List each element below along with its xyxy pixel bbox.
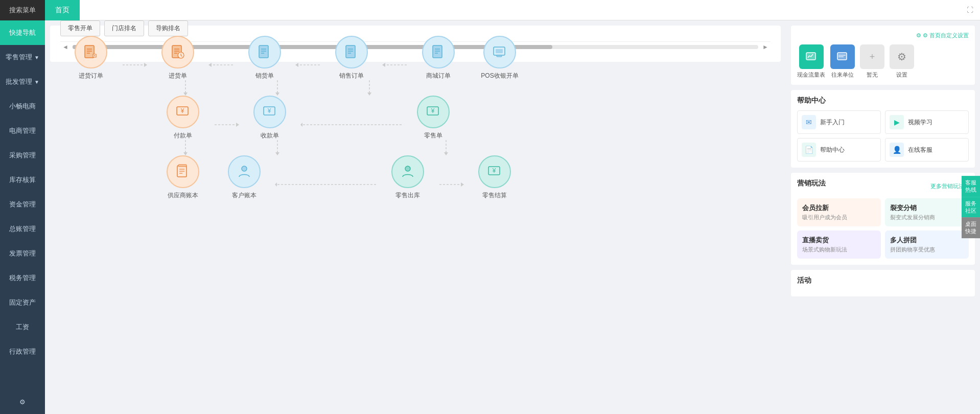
flow-diagram: 进货订单 进货单 <box>60 36 479 200</box>
sidebar-item-salary[interactable]: 工资 <box>0 315 45 339</box>
marketing-item-live[interactable]: 直播卖货 场景式购物新玩法 <box>797 231 881 259</box>
quick-icon-partners[interactable]: 往来单位 <box>830 44 855 79</box>
flow-node-fkd[interactable]: ¥ 付款单 <box>152 96 214 140</box>
expand-icon: ⛶ <box>967 6 973 14</box>
flow-circle-xsdd <box>335 36 368 68</box>
flow-circle-jhddan <box>75 36 107 68</box>
flow-node-jhddan[interactable]: 进货订单 <box>60 36 122 80</box>
scroll-right-btn[interactable]: ► <box>760 43 771 51</box>
flow-node-lsd[interactable]: ¥ 零售单 <box>403 96 464 140</box>
chevron-icon: ▼ <box>34 79 39 85</box>
flow-node-pos[interactable]: POS收银开单 <box>469 36 530 80</box>
svg-rect-25 <box>433 45 442 58</box>
sidebar-item-purchase[interactable]: 采购管理 <box>0 143 45 168</box>
flow-label-jhd: 进货单 <box>169 72 187 80</box>
sidebar-item-assets[interactable]: 固定资产 <box>0 290 45 315</box>
help-item-beginner[interactable]: ✉ 新手入门 <box>797 110 881 134</box>
sidebar-item-inventory[interactable]: 库存核算 <box>0 168 45 192</box>
flow-node-khzb[interactable]: 客户账本 <box>214 155 275 200</box>
sidebar: 快捷导航 零售管理 ▼ 批发管理 ▼ 小畅电商 电商管理 采购管理 库存核算 资… <box>0 20 45 414</box>
flow-node-skd[interactable]: ¥ 收款单 <box>239 96 300 140</box>
flow-circle-fkd: ¥ <box>167 96 199 128</box>
svg-point-59 <box>242 166 247 171</box>
flow-label-xsdd: 销售订单 <box>339 72 364 80</box>
help-item-helpcenter[interactable]: 📄 帮助中心 <box>797 138 881 162</box>
svg-text:¥: ¥ <box>431 107 435 114</box>
flow-circle-lsd: ¥ <box>417 96 450 128</box>
marketing-grid: 会员拉新 吸引用户成为会员 裂变分销 裂变式发展分销商 直播卖货 场景式购物新玩… <box>797 198 969 259</box>
svg-marker-51 <box>275 152 279 155</box>
float-btn-desktop[interactable]: 桌面快捷 <box>962 217 980 238</box>
sidebar-settings-btn[interactable]: ⚙ <box>0 389 45 414</box>
flow-node-lsck[interactable]: 零售出库 <box>377 155 438 200</box>
sidebar-item-admin[interactable]: 行政管理 <box>0 339 45 364</box>
help-icon-helpcenter: 📄 <box>802 143 816 157</box>
float-btn-community[interactable]: 服务社区 <box>962 197 980 218</box>
flow-vert-arrows-1 <box>60 80 479 96</box>
float-btn-service[interactable]: 客服热线 <box>962 176 980 197</box>
quick-nav-card: 进货订单 进货单 <box>50 26 781 62</box>
common-functions: 常用功能 商品 往来单位 现存量(库存状况表) 现存量(库存分布表) 销货单统计… <box>60 20 771 36</box>
activity-section: 活动 <box>791 270 975 296</box>
customize-btn[interactable]: ⚙ ⚙ 首页自定义设置 <box>916 32 969 39</box>
vert-arrow-jhd <box>60 80 127 96</box>
main-panel: 进货订单 进货单 <box>45 20 786 414</box>
flow-node-jhd[interactable]: 进货单 <box>147 36 208 80</box>
gear-icon: ⚙ <box>19 398 26 406</box>
flow-node-xhd[interactable]: 销货单 <box>234 36 295 80</box>
chevron-icon: ▼ <box>34 55 39 60</box>
svg-marker-24 <box>382 63 385 67</box>
flow-circle-xhd <box>248 36 281 68</box>
quick-icons-row: 现金流量表 往来单位 + 暂无 <box>797 44 969 79</box>
flow-node-xsdd[interactable]: 销售订单 <box>321 36 382 80</box>
sidebar-item-invoice[interactable]: 发票管理 <box>0 241 45 266</box>
svg-text:¥: ¥ <box>492 167 496 174</box>
quick-icon-empty[interactable]: + 暂无 <box>860 44 884 79</box>
flow-node-scdd[interactable]: 商城订单 <box>408 36 469 80</box>
vert-arrow-xsdd <box>336 80 403 96</box>
flow-circle-gysc <box>167 155 199 188</box>
func-btn-retail-order[interactable]: 零售开单 <box>60 20 100 36</box>
marketing-item-group[interactable]: 多人拼团 拼团购物享受优惠 <box>885 231 969 259</box>
flow-node-gysc[interactable]: 供应商账本 <box>152 155 214 200</box>
quick-icon-cashflow[interactable]: 现金流量表 <box>797 44 825 79</box>
quick-icon-settings-box: ⚙ <box>890 44 914 69</box>
sidebar-item-retail[interactable]: 零售管理 ▼ <box>0 45 45 70</box>
help-item-online-service[interactable]: 👤 在线客服 <box>885 138 969 162</box>
sidebar-item-wholesale[interactable]: 批发管理 ▼ <box>0 70 45 94</box>
help-center-title: 帮助中心 <box>797 96 969 105</box>
expand-btn[interactable]: ⛶ <box>960 0 980 20</box>
help-icon-beginner: ✉ <box>802 115 816 129</box>
svg-marker-53 <box>444 152 448 155</box>
svg-rect-31 <box>497 55 502 57</box>
activity-title: 活动 <box>797 276 969 285</box>
vert-arrow-jhd2 <box>152 80 219 96</box>
search-menu-btn[interactable]: 搜索菜单 <box>0 0 45 20</box>
flow-node-lsjsuan[interactable]: ¥ 零售结算 <box>464 155 525 200</box>
sidebar-item-ledger[interactable]: 总账管理 <box>0 217 45 241</box>
sidebar-item-finance[interactable]: 资金管理 <box>0 192 45 217</box>
marketing-item-member[interactable]: 会员拉新 吸引用户成为会员 <box>797 198 881 226</box>
home-tab[interactable]: 首页 <box>45 0 80 20</box>
flow-label-lsjsuan: 零售结算 <box>482 191 507 200</box>
func-btn-store-rank[interactable]: 门店排名 <box>104 20 144 36</box>
help-center-section: 帮助中心 ✉ 新手入门 ▶ 视频学习 📄 帮助中心 👤 <box>791 90 975 168</box>
sidebar-item-xiaochangec[interactable]: 小畅电商 <box>0 94 45 119</box>
flow-label-fkd: 付款单 <box>174 131 192 140</box>
quick-access-header: ⚙ ⚙ 首页自定义设置 <box>797 32 969 39</box>
marketing-item-fission[interactable]: 裂变分销 裂变式发展分销商 <box>885 198 969 226</box>
content-area: 进货订单 进货单 <box>45 20 980 414</box>
sidebar-item-quicknav[interactable]: 快捷导航 <box>0 20 45 45</box>
quick-icon-settings[interactable]: ⚙ 设置 <box>890 44 914 79</box>
flow-row-2: ¥ 付款单 ¥ 收款单 <box>60 96 479 140</box>
flow-label-skd: 收款单 <box>261 131 279 140</box>
func-btn-guide-rank[interactable]: 导购排名 <box>148 20 188 36</box>
sidebar-item-tax[interactable]: 税务管理 <box>0 266 45 290</box>
top-bar: 搜索菜单 首页 ⛶ <box>0 0 980 20</box>
arrow-xsdd-to-xhd <box>295 61 321 80</box>
help-item-video[interactable]: ▶ 视频学习 <box>885 110 969 134</box>
home-tab-label: 首页 <box>55 6 69 15</box>
sidebar-item-ecommerce[interactable]: 电商管理 <box>0 119 45 143</box>
flow-row-3: 供应商账本 客户账本 <box>60 155 479 200</box>
flow-label-jhddan: 进货订单 <box>79 72 103 80</box>
